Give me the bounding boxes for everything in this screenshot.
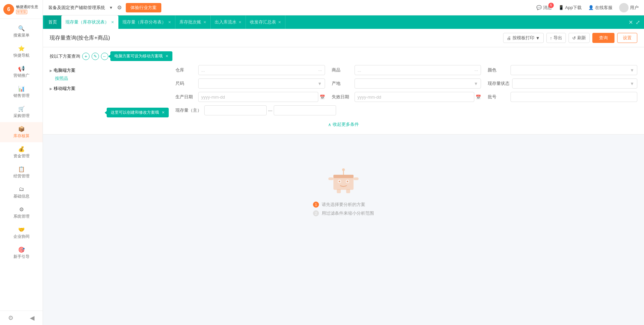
tab-close-batch-ledger[interactable]: ✕ xyxy=(203,20,206,24)
service-icon: 👤 xyxy=(588,5,594,10)
tab-batch-ledger[interactable]: 库存批次账 ✕ xyxy=(175,15,211,29)
settings-bottom-btn[interactable]: ⚙ xyxy=(8,314,13,322)
sidebar-item-enterprise[interactable]: 🤝 企业协同 xyxy=(0,223,43,243)
sidebar-item-inventory[interactable]: 📦 库存核算 xyxy=(0,122,43,142)
system-dropdown-btn[interactable]: ▼ xyxy=(109,5,113,10)
tab-home-label: 首页 xyxy=(48,19,57,25)
stock-status-select[interactable]: ▼ xyxy=(512,78,637,89)
app-download-btn[interactable]: 📱 App下载 xyxy=(558,5,582,11)
experience-btn[interactable]: 体验行业方案 xyxy=(126,3,161,12)
step-1-num: 1 xyxy=(313,202,319,208)
step-2-num: 2 xyxy=(313,210,319,216)
origin-select[interactable]: ▼ xyxy=(355,78,481,89)
goods-label: 商品 xyxy=(332,67,352,73)
sidebar-item-sales[interactable]: 📊 销售管理 xyxy=(0,82,43,102)
collapse-icon: ∧ xyxy=(328,122,331,127)
stock-main-from[interactable] xyxy=(204,105,267,115)
scheme-tooltip-close[interactable]: ✕ xyxy=(165,54,168,58)
collapse-filter-btn[interactable]: ∧ 收起更多条件 xyxy=(50,119,637,130)
scheme-desktop[interactable]: ▶ 电脑端方案 xyxy=(50,66,103,74)
scheme-item-desktop-1[interactable]: 按照品 xyxy=(55,74,103,83)
operations-icon: 📋 xyxy=(18,166,25,172)
marketing-icon: 📢 xyxy=(18,65,25,72)
empty-step-1: 1 请先选择要分析的方案 xyxy=(313,202,374,208)
arrow-scheme-btn[interactable]: ← xyxy=(101,53,108,60)
batch-input[interactable] xyxy=(511,92,637,102)
size-select[interactable]: ▼ xyxy=(198,78,325,89)
warehouse-label: 仓库 xyxy=(175,67,196,73)
goods-select[interactable]: ... ··· xyxy=(355,65,481,75)
tab-close-inventory-dist[interactable]: ✕ xyxy=(168,20,171,24)
sidebar-item-marketing[interactable]: 📢 营销推广 xyxy=(0,62,43,82)
enterprise-icon: 🤝 xyxy=(18,226,25,233)
search-btn[interactable]: 查询 xyxy=(592,33,614,43)
tab-collect-summary[interactable]: 收发存汇总表 ✕ xyxy=(246,15,285,29)
size-arrow: ▼ xyxy=(318,81,322,86)
export-icon: ↑ xyxy=(550,36,552,41)
export-btn[interactable]: ↑ 导出 xyxy=(546,33,566,43)
scheme-tooltip: 电脑方案可设为移动方案哦 ✕ xyxy=(110,51,172,61)
goods-placeholder: ... xyxy=(358,68,361,73)
sidebar-item-finance[interactable]: 💰 资金管理 xyxy=(0,142,43,162)
mobile-label: 移动端方案 xyxy=(54,86,75,92)
sidebar-logo: 6 畅捷通好生意 标签版 xyxy=(0,0,43,19)
system-icon: ⚙ xyxy=(18,206,25,213)
filter-stock-status: 现存量状态 ▼ xyxy=(488,78,637,89)
sidebar-item-label: 资金管理 xyxy=(13,153,30,159)
calendar-icon-expire[interactable]: 📅 xyxy=(476,95,481,100)
header-settings-icon[interactable]: ⚙ xyxy=(117,4,122,11)
collapse-sidebar-btn[interactable]: ◀ xyxy=(30,314,35,322)
print-dropdown-icon: ▼ xyxy=(536,36,540,41)
refresh-btn[interactable]: ↺ 刷新 xyxy=(569,33,590,43)
tab-close-in-out-flow[interactable]: ✕ xyxy=(238,20,241,24)
sidebar-item-basic[interactable]: 🗂 基础信息 xyxy=(0,182,43,203)
filter-expire-date: 失效日期 📅 xyxy=(332,92,481,102)
sidebar-item-system[interactable]: ⚙ 系统管理 xyxy=(0,203,43,223)
scheme-mobile[interactable]: ▶ 移动端方案 xyxy=(50,85,103,93)
scheme-panel: ▶ 电脑端方案 按照品 ▶ 移动端方案 xyxy=(50,65,103,119)
tab-close-inventory-status[interactable]: ✕ xyxy=(111,20,114,24)
reset-btn[interactable]: 设置 xyxy=(617,33,637,43)
sidebar-item-purchase[interactable]: 🛒 采购管理 xyxy=(0,102,43,122)
expire-date-input[interactable] xyxy=(355,92,475,102)
stock-main-to[interactable] xyxy=(274,105,336,115)
inventory-icon: 📦 xyxy=(18,125,25,132)
tab-close-all-btn[interactable]: ✕ xyxy=(629,19,633,25)
user-area[interactable]: 用户 xyxy=(619,3,639,12)
sidebar-bottom: ⚙ ◀ xyxy=(0,311,43,325)
svg-rect-1 xyxy=(333,175,354,178)
page-content: 现存量查询(按仓库+商品) 🖨 按模板打印 ▼ ↑ 导出 ↺ 刷新 查询 设置 xyxy=(43,29,644,325)
tab-maximize-btn[interactable]: ⤢ xyxy=(636,19,640,25)
svg-point-4 xyxy=(339,181,340,182)
tab-inventory-status[interactable]: 现存量（库存状况表） ✕ xyxy=(61,15,118,29)
origin-arrow: ▼ xyxy=(474,81,478,86)
size-label: 尺码 xyxy=(175,80,196,87)
create-tooltip-close[interactable]: ✕ xyxy=(162,110,165,115)
sidebar-item-label: 新手引导 xyxy=(13,254,30,260)
template-print-btn[interactable]: 🖨 按模板打印 ▼ xyxy=(503,33,544,43)
sidebar-item-operations[interactable]: 📋 经营管理 xyxy=(0,162,43,182)
user-label: 用户 xyxy=(630,5,639,11)
tab-inventory-dist[interactable]: 现存量（库存分布表） ✕ xyxy=(118,15,175,29)
edit-scheme-btn[interactable]: ✎ xyxy=(92,53,99,60)
svg-rect-7 xyxy=(354,177,359,180)
tab-close-collect-summary[interactable]: ✕ xyxy=(278,20,281,24)
message-btn[interactable]: 💬 消息 6 xyxy=(536,5,552,11)
calendar-icon-produce[interactable]: 📅 xyxy=(320,95,325,100)
color-select[interactable]: ▼ xyxy=(511,65,637,75)
produce-date-input[interactable] xyxy=(198,92,318,102)
tab-in-out-flow[interactable]: 出入库流水 ✕ xyxy=(211,15,246,29)
warehouse-select[interactable]: ... ··· xyxy=(198,65,325,75)
sidebar-item-search-menu[interactable]: 🔍 搜索菜单 xyxy=(0,21,43,42)
online-service-btn[interactable]: 👤 在线客服 xyxy=(588,5,612,11)
svg-rect-9 xyxy=(346,189,350,193)
tab-home[interactable]: 首页 xyxy=(44,15,61,29)
add-scheme-btn[interactable]: + xyxy=(82,53,90,60)
sidebar-item-quick-nav[interactable]: ⭐ 快捷导航 xyxy=(0,42,43,62)
stock-status-arrow: ▼ xyxy=(630,81,634,86)
online-service-label: 在线客服 xyxy=(595,5,612,11)
sales-icon: 📊 xyxy=(18,85,25,92)
sidebar-item-label: 基础信息 xyxy=(13,194,30,199)
sidebar-item-guide[interactable]: 🎯 新手引导 xyxy=(0,243,43,263)
step-2-text: 用过滤条件来缩小分析范围 xyxy=(322,210,374,216)
